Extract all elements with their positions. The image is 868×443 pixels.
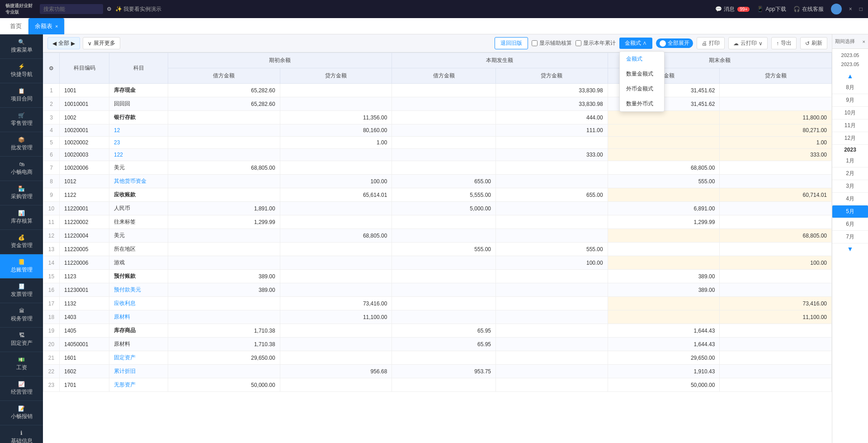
table-row: 2 10010001 回回回 65,282.60 33,830.98 31,45… bbox=[43, 97, 832, 111]
sidebar-item-base[interactable]: ℹ 基础信息 bbox=[0, 425, 43, 443]
export-btn[interactable]: ↑ 导出 bbox=[771, 37, 797, 49]
menu-item-qty-foreign[interactable]: 数量外币式 bbox=[620, 96, 664, 111]
row-code: 1012 bbox=[60, 175, 109, 188]
month-item[interactable]: 10月 bbox=[832, 107, 868, 119]
sidebar-item-accounting[interactable]: 📒 总账管理 bbox=[0, 254, 43, 279]
opening-credit-cell: 1.00 bbox=[280, 137, 392, 149]
online-service-btn[interactable]: 🎧 在线客服 bbox=[793, 5, 824, 13]
row-name[interactable]: 无形资产 bbox=[109, 378, 168, 392]
sidebar-item-finance[interactable]: 💰 资金管理 bbox=[0, 230, 43, 254]
period-debit-cell bbox=[392, 124, 496, 137]
return-old-version-btn[interactable]: 退回旧版 bbox=[495, 37, 528, 49]
menu-item-qty-amount[interactable]: 数量金额式 bbox=[620, 67, 664, 81]
right-panel-title: 期间选择 bbox=[835, 38, 855, 45]
checkbox-auxiliary[interactable]: 显示辅助核算 bbox=[532, 39, 572, 47]
month-item[interactable]: 5月 bbox=[832, 205, 868, 218]
demo-link[interactable]: ✨ 我要看实例演示 bbox=[115, 5, 161, 13]
closing-debit-cell bbox=[608, 310, 720, 324]
row-name[interactable]: 原材料 bbox=[109, 310, 168, 324]
avatar[interactable] bbox=[831, 4, 842, 14]
sidebar-item-reports[interactable]: 📝 小畅报销 bbox=[0, 401, 43, 425]
table-settings-icon[interactable]: ⚙ bbox=[49, 65, 54, 71]
month-list: 8月9月10月11月12月20231月2月3月4月5月6月7月 bbox=[832, 81, 868, 243]
sidebar-item-assets[interactable]: 🏗 固定资产 bbox=[0, 328, 43, 352]
checkbox-annual[interactable]: 显示本年累计 bbox=[576, 39, 616, 47]
view-mode-dropdown[interactable]: 金额式 ∧ 金额式 数量金额式 外币金额式 数量外币式 bbox=[619, 38, 652, 49]
cloud-print-btn[interactable]: ☁ 云打印 ∨ bbox=[728, 37, 768, 49]
row-number: 2 bbox=[43, 97, 60, 111]
period-credit-cell: 33,830.98 bbox=[496, 84, 608, 97]
sidebar-item-shortcut[interactable]: ⚡ 快捷导航 bbox=[0, 59, 43, 83]
row-name[interactable]: 应收利息 bbox=[109, 297, 168, 310]
sidebar-item-project[interactable]: 📋 项目合同 bbox=[0, 83, 43, 108]
view-mode-btn[interactable]: 金额式 ∧ bbox=[619, 38, 652, 49]
row-name[interactable]: 固定资产 bbox=[109, 351, 168, 365]
row-code: 10020003 bbox=[60, 149, 109, 161]
closing-credit-cell: 11,800.00 bbox=[720, 111, 832, 124]
opening-debit-cell bbox=[168, 229, 280, 243]
month-item[interactable]: 2月 bbox=[832, 167, 868, 180]
row-name[interactable]: 累计折旧 bbox=[109, 365, 168, 378]
opening-credit-cell bbox=[280, 256, 392, 270]
search-input[interactable] bbox=[40, 4, 103, 14]
month-item[interactable]: 6月 bbox=[832, 218, 868, 231]
month-item[interactable]: 1月 bbox=[832, 155, 868, 167]
sidebar-item-invoice[interactable]: 🧾 发票管理 bbox=[0, 279, 43, 303]
closing-debit-cell: 50,000.00 bbox=[608, 378, 720, 392]
month-item[interactable]: 3月 bbox=[832, 180, 868, 193]
tab-close-icon[interactable]: × bbox=[55, 24, 58, 29]
sidebar-item-search[interactable]: 🔍 搜索菜单 bbox=[0, 34, 43, 59]
menu-item-foreign-amount[interactable]: 外币金额式 bbox=[620, 81, 664, 96]
panel-scroll-up-btn[interactable]: ▲ bbox=[832, 71, 868, 81]
opening-debit-cell: 29,650.00 bbox=[168, 351, 280, 365]
refresh-btn[interactable]: ↺ 刷新 bbox=[800, 37, 827, 49]
closing-credit-cell bbox=[720, 97, 832, 111]
closing-credit-cell bbox=[720, 378, 832, 392]
sidebar-item-ecommerce[interactable]: 🛍 小畅电商 bbox=[0, 157, 43, 181]
sidebar-item-inventory[interactable]: 📊 库存核算 bbox=[0, 205, 43, 230]
window-close-btn[interactable]: × bbox=[849, 6, 852, 12]
period-credit-cell: 555.00 bbox=[496, 243, 608, 256]
opening-debit-cell: 1,710.38 bbox=[168, 338, 280, 351]
month-item[interactable]: 4月 bbox=[832, 193, 868, 205]
sidebar-item-tax[interactable]: 🏛 税务管理 bbox=[0, 303, 43, 328]
menu-item-amount[interactable]: 金额式 bbox=[620, 52, 664, 67]
expand-btn[interactable]: ∨ 展开更多 bbox=[83, 37, 120, 49]
sidebar-item-business[interactable]: 📈 经营管理 bbox=[0, 376, 43, 401]
sidebar-item-wholesale[interactable]: 📦 批发管理 bbox=[0, 132, 43, 157]
month-item[interactable]: 11月 bbox=[832, 119, 868, 132]
period-debit-cell bbox=[392, 111, 496, 124]
row-name[interactable]: 预付款美元 bbox=[109, 283, 168, 297]
sidebar-item-purchase[interactable]: 🏪 采购管理 bbox=[0, 181, 43, 205]
row-name: 往来标签 bbox=[109, 215, 168, 229]
month-item[interactable]: 12月 bbox=[832, 132, 868, 145]
breadcrumb-btn[interactable]: ◀ 全部 ▶ bbox=[47, 37, 80, 49]
month-item[interactable]: 7月 bbox=[832, 231, 868, 243]
annual-checkbox[interactable] bbox=[576, 40, 581, 46]
panel-scroll-down-btn[interactable]: ▼ bbox=[832, 243, 868, 254]
tab-balance[interactable]: 余额表 × bbox=[28, 18, 65, 34]
auxiliary-checkbox[interactable] bbox=[532, 40, 538, 46]
settings-col-header[interactable]: ⚙ bbox=[43, 53, 60, 84]
period-debit-cell bbox=[392, 215, 496, 229]
month-item[interactable]: 9月 bbox=[832, 94, 868, 107]
message-btn[interactable]: 💬 消息 99+ bbox=[715, 5, 750, 13]
row-name[interactable]: 122 bbox=[109, 149, 168, 161]
sidebar-item-salary[interactable]: 💵 工资 bbox=[0, 352, 43, 376]
app-download-btn[interactable]: 📱 App下载 bbox=[757, 5, 786, 13]
row-name[interactable]: 12 bbox=[109, 124, 168, 137]
period-credit-cell bbox=[496, 270, 608, 283]
month-item[interactable]: 8月 bbox=[832, 81, 868, 94]
print-btn[interactable]: 🖨 打印 bbox=[697, 37, 725, 49]
expand-all-toggle[interactable]: 全部展开 bbox=[656, 38, 693, 48]
table-row: 1 1001 库存现金 65,282.60 33,830.98 31,451.6… bbox=[43, 84, 832, 97]
right-panel-close-btn[interactable]: × bbox=[863, 39, 865, 44]
opening-credit-cell: 11,100.00 bbox=[280, 310, 392, 324]
tab-home[interactable]: 首页 bbox=[4, 18, 28, 34]
window-maximize-btn[interactable]: □ bbox=[859, 6, 863, 12]
row-name[interactable]: 其他货币资金 bbox=[109, 175, 168, 188]
opening-debit-cell bbox=[168, 297, 280, 310]
gear-icon[interactable]: ⚙ bbox=[107, 6, 112, 12]
sidebar-item-retail[interactable]: 🛒 零售管理 bbox=[0, 108, 43, 132]
row-name[interactable]: 23 bbox=[109, 137, 168, 149]
